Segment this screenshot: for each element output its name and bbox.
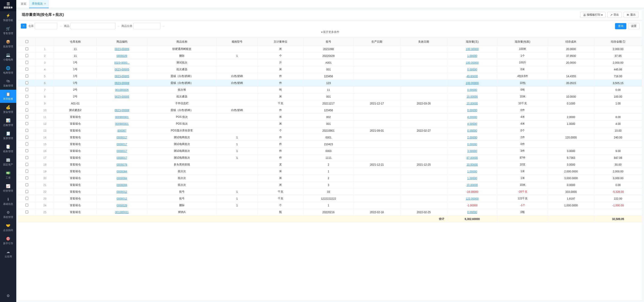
sidebar-item-purchase[interactable]: 🛍 采购管理 bbox=[0, 77, 16, 90]
sidebar-item-wholesale[interactable]: 📦 批发管理 bbox=[0, 37, 16, 51]
row-checkbox[interactable] bbox=[18, 87, 36, 93]
row-code[interactable]: 0000084 bbox=[96, 168, 147, 175]
row-qty-main[interactable]: 10.00000 bbox=[447, 182, 497, 189]
row-code[interactable]: 0000012 bbox=[96, 189, 147, 195]
row-code[interactable]: 001000026 bbox=[96, 87, 147, 93]
sidebar-item-ecommerce-small[interactable]: 💻 小额电商 bbox=[0, 51, 16, 64]
row-checkbox[interactable] bbox=[18, 195, 36, 202]
row-qty-main[interactable]: 0.00000 bbox=[447, 141, 497, 148]
row-code[interactable]: 0023-00008 bbox=[96, 80, 147, 87]
row-checkbox[interactable] bbox=[18, 168, 36, 175]
row-qty-main[interactable]: 10.00000 bbox=[447, 161, 497, 168]
sidebar-item-fixed-assets[interactable]: 🏢 固定资产 bbox=[0, 156, 16, 169]
row-qty-main[interactable]: 49.60000 bbox=[447, 73, 497, 80]
row-qty-main[interactable]: 10.00000 bbox=[447, 93, 497, 100]
row-code[interactable]: 000900001 bbox=[96, 114, 147, 120]
row-code[interactable]: 000900001 bbox=[96, 120, 147, 127]
row-qty-main[interactable]: 87.00000 bbox=[447, 155, 497, 161]
sidebar-item-inventory[interactable]: 📋 库存核查 bbox=[0, 90, 16, 103]
tab-inventory-batch[interactable]: 库存批次 ✕ bbox=[29, 0, 49, 8]
settings-button[interactable]: ⚙ bbox=[2, 292, 14, 300]
sidebar-item-ecommerce[interactable]: 🌐 电商管理 bbox=[0, 64, 16, 77]
row-qty-main[interactable]: 1.00000 bbox=[447, 175, 497, 182]
tab-close-icon[interactable]: ✕ bbox=[44, 3, 46, 5]
row-qty-main[interactable]: 10.00000 bbox=[447, 100, 497, 107]
row-checkbox[interactable] bbox=[18, 114, 36, 120]
select-all-checkbox[interactable] bbox=[25, 40, 28, 43]
sidebar-item-new-user[interactable]: 🎯 新手引导 bbox=[0, 234, 16, 247]
row-qty-main[interactable]: 1.00000 bbox=[447, 53, 497, 59]
row-code[interactable]: 001000031 bbox=[96, 209, 147, 216]
row-checkbox[interactable] bbox=[18, 120, 36, 127]
row-qty-main[interactable]: -1.00000 bbox=[447, 202, 497, 209]
row-qty-main[interactable]: 0.00000 bbox=[447, 87, 497, 93]
row-checkbox[interactable] bbox=[18, 53, 36, 59]
row-code[interactable]: 0000017 bbox=[96, 134, 147, 141]
row-qty-main[interactable]: 0.00000 bbox=[447, 127, 497, 134]
product-input[interactable] bbox=[70, 23, 116, 29]
row-qty-main[interactable]: 0.00000 bbox=[447, 66, 497, 73]
row-code[interactable]: 0000084 bbox=[96, 175, 147, 182]
row-code[interactable]: 0000029 bbox=[96, 53, 147, 59]
row-qty-main[interactable]: 2.00000 bbox=[447, 134, 497, 141]
row-code[interactable]: 0023-00008 bbox=[96, 107, 147, 114]
row-qty-main[interactable]: 100.00000 bbox=[447, 80, 497, 87]
row-checkbox[interactable] bbox=[18, 127, 36, 134]
sidebar-item-basic-info[interactable]: ℹ 基础信息 bbox=[0, 195, 16, 208]
row-checkbox[interactable] bbox=[18, 100, 36, 107]
row-code[interactable]: 0000012 bbox=[96, 195, 147, 202]
row-qty-main[interactable]: 122.00000 bbox=[447, 195, 497, 202]
row-checkbox[interactable] bbox=[18, 134, 36, 141]
row-checkbox[interactable] bbox=[18, 107, 36, 114]
row-code[interactable]: 000097 bbox=[96, 127, 147, 134]
print-button[interactable]: 🖨 按模板打印 ▾ bbox=[580, 12, 606, 18]
sidebar-item-salary[interactable]: 💵 工资 bbox=[0, 169, 16, 182]
row-checkbox[interactable] bbox=[18, 141, 36, 148]
sidebar-item-system[interactable]: ⚙ 系统管理 bbox=[0, 208, 16, 221]
row-qty-main[interactable]: 4.00000 bbox=[447, 114, 497, 120]
sidebar-item-retail[interactable]: 🛒 零售管理 bbox=[0, 24, 16, 37]
sidebar-item-business[interactable]: 📈 经营管理 bbox=[0, 182, 16, 195]
warehouse-input[interactable] bbox=[34, 23, 57, 29]
row-qty-main[interactable]: 0.00000 bbox=[447, 107, 497, 114]
category-select[interactable] bbox=[133, 23, 160, 29]
row-qty-main[interactable]: 3.00000 bbox=[447, 148, 497, 155]
row-code[interactable]: 0000017 bbox=[96, 148, 147, 155]
row-code[interactable]: 0000017 bbox=[96, 141, 147, 148]
row-checkbox[interactable] bbox=[18, 66, 36, 73]
sidebar-item-invoice[interactable]: 🧾 发票管理 bbox=[0, 129, 16, 142]
row-checkbox[interactable] bbox=[18, 175, 36, 182]
row-checkbox[interactable] bbox=[18, 189, 36, 195]
export-button[interactable]: ↗ 导出 bbox=[607, 12, 622, 18]
row-checkbox[interactable] bbox=[18, 148, 36, 155]
row-checkbox[interactable] bbox=[18, 155, 36, 161]
row-code[interactable]: 0000029 bbox=[96, 202, 147, 209]
search-button[interactable]: 查询 bbox=[615, 23, 626, 29]
row-code[interactable]: 0023-00005 bbox=[96, 66, 147, 73]
sidebar-item-finance[interactable]: 💰 资金管理 bbox=[0, 103, 16, 116]
sidebar-item-tax[interactable]: 📑 税务管理 bbox=[0, 142, 16, 156]
row-checkbox[interactable] bbox=[18, 209, 36, 216]
row-code[interactable]: 0023-00005 bbox=[96, 93, 147, 100]
sidebar-item-general[interactable]: 📊 总账管理 bbox=[0, 116, 16, 129]
settings-filter-button[interactable]: 设置 bbox=[628, 23, 640, 29]
row-checkbox[interactable] bbox=[18, 80, 36, 87]
row-code[interactable]: 0023-00005 bbox=[96, 73, 147, 80]
row-qty-main[interactable]: 0.00000 bbox=[447, 209, 497, 216]
row-checkbox[interactable] bbox=[18, 182, 36, 189]
sidebar-item-enterprise[interactable]: 🤝 企业协同 bbox=[0, 221, 16, 234]
row-qty-main[interactable]: 100.00000 bbox=[447, 59, 497, 66]
sidebar-search[interactable]: ☰ 搜索菜单 bbox=[0, 0, 16, 11]
row-code[interactable]: 0000084 bbox=[96, 182, 147, 189]
row-checkbox[interactable] bbox=[18, 59, 36, 66]
tab-home[interactable]: 首页 bbox=[18, 0, 29, 8]
expand-filter-btn[interactable]: > bbox=[21, 24, 26, 29]
row-checkbox[interactable] bbox=[18, 202, 36, 209]
sidebar-item-quick-nav[interactable]: ⚡ 快捷导航 bbox=[0, 11, 16, 24]
row-qty-main[interactable]: -16.00000 bbox=[447, 189, 497, 195]
sidebar-item-cloud[interactable]: ☁ 云应用 bbox=[0, 247, 16, 260]
row-code[interactable]: 0000078 bbox=[96, 161, 147, 168]
row-checkbox[interactable] bbox=[18, 93, 36, 100]
row-qty-main[interactable]: 1.00000 bbox=[447, 168, 497, 175]
row-code[interactable] bbox=[96, 100, 147, 107]
